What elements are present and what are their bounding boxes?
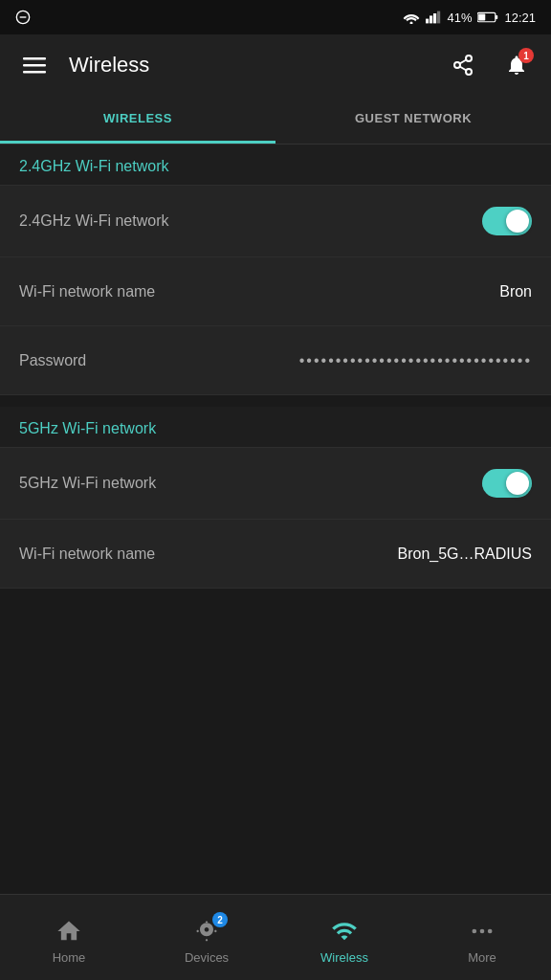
2ghz-toggle-label: 2.4GHz Wi-Fi network	[19, 212, 168, 230]
5ghz-name-label: Wi-Fi network name	[19, 546, 155, 563]
devices-badge-wrap: 2	[193, 918, 220, 945]
minus-circle-icon	[15, 10, 31, 25]
section-spacer-1	[0, 395, 551, 407]
nav-item-devices[interactable]: 2 Devices	[138, 910, 276, 965]
2ghz-password-dots: ••••••••••••••••••••••••••••••••	[299, 352, 532, 369]
status-right: 41% 12:21	[403, 11, 536, 25]
svg-point-13	[466, 56, 472, 61]
tab-guest-network[interactable]: GUEST NETWORK	[276, 96, 551, 144]
devices-badge: 2	[212, 912, 228, 927]
setting-row-5ghz-toggle[interactable]: 5GHz Wi-Fi network	[0, 448, 551, 520]
5ghz-name-value: Bron_5G…RADIUS	[398, 546, 533, 563]
2ghz-name-value: Bron	[499, 283, 532, 301]
2ghz-toggle-switch[interactable]	[482, 207, 532, 235]
svg-rect-6	[437, 11, 440, 24]
nav-label-devices: Devices	[185, 950, 229, 965]
section-header-2ghz-label: 2.4GHz Wi-Fi network	[19, 158, 168, 174]
setting-row-2ghz-password[interactable]: Password •••••••••••••••••••••••••••••••…	[0, 326, 551, 395]
more-icon	[469, 918, 496, 945]
5ghz-toggle-knob	[506, 472, 529, 495]
page-title: Wireless	[69, 53, 429, 78]
tab-wireless[interactable]: WIRELESS	[0, 96, 276, 144]
2ghz-toggle-knob	[506, 210, 529, 233]
home-svg	[55, 918, 82, 945]
content-area: 2.4GHz Wi-Fi network 2.4GHz Wi-Fi networ…	[0, 145, 551, 675]
2ghz-password-label: Password	[19, 352, 86, 369]
nav-item-wireless[interactable]: Wireless	[276, 910, 413, 965]
svg-rect-4	[430, 15, 432, 23]
setting-row-5ghz-name[interactable]: Wi-Fi network name Bron_5G…RADIUS	[0, 520, 551, 589]
svg-rect-11	[23, 64, 46, 67]
menu-button[interactable]	[15, 46, 54, 84]
wifi-status-icon	[403, 11, 420, 24]
svg-point-14	[454, 62, 460, 68]
svg-point-19	[480, 929, 485, 934]
app-bar-actions: 1	[444, 46, 536, 84]
status-left	[15, 10, 31, 25]
battery-icon	[477, 11, 498, 23]
nav-label-wireless: Wireless	[320, 950, 368, 965]
setting-row-2ghz-name[interactable]: Wi-Fi network name Bron	[0, 257, 551, 326]
section-header-5ghz-label: 5GHz Wi-Fi network	[19, 420, 156, 436]
2ghz-name-label: Wi-Fi network name	[19, 283, 155, 301]
time-text: 12:21	[504, 11, 536, 25]
share-icon	[452, 54, 474, 77]
tab-bar: WIRELESS GUEST NETWORK	[0, 96, 551, 145]
svg-rect-12	[23, 71, 46, 74]
section-header-5ghz: 5GHz Wi-Fi network	[0, 407, 551, 448]
svg-rect-8	[479, 13, 486, 20]
share-button[interactable]	[444, 46, 482, 84]
svg-rect-5	[433, 13, 436, 23]
notification-button[interactable]: 1	[497, 46, 536, 84]
more-svg	[469, 918, 496, 945]
signal-icon	[426, 11, 441, 24]
wifi-nav-icon	[331, 918, 358, 945]
svg-point-20	[488, 929, 493, 934]
notification-badge: 1	[518, 48, 534, 63]
battery-text: 41%	[447, 11, 472, 25]
bottom-nav: Home 2 Devices Wireless	[0, 894, 551, 980]
app-bar: Wireless 1	[0, 34, 551, 96]
nav-item-home[interactable]: Home	[0, 910, 138, 965]
home-icon	[55, 918, 82, 945]
nav-item-more[interactable]: More	[413, 910, 551, 965]
svg-line-16	[460, 67, 467, 71]
svg-point-18	[473, 929, 477, 934]
5ghz-toggle-switch[interactable]	[482, 469, 532, 498]
nav-label-home: Home	[53, 950, 86, 965]
nav-label-more: More	[468, 950, 496, 965]
wifi-svg	[331, 918, 358, 945]
setting-row-2ghz-toggle[interactable]: 2.4GHz Wi-Fi network	[0, 186, 551, 257]
hamburger-menu-icon	[23, 54, 46, 77]
svg-point-2	[410, 22, 413, 25]
svg-point-15	[466, 69, 472, 75]
svg-rect-9	[496, 15, 497, 19]
section-header-2ghz: 2.4GHz Wi-Fi network	[0, 145, 551, 186]
svg-rect-10	[23, 57, 46, 60]
5ghz-toggle-label: 5GHz Wi-Fi network	[19, 475, 156, 492]
svg-rect-3	[426, 19, 429, 24]
svg-line-17	[460, 60, 467, 64]
status-bar: 41% 12:21	[0, 0, 551, 34]
